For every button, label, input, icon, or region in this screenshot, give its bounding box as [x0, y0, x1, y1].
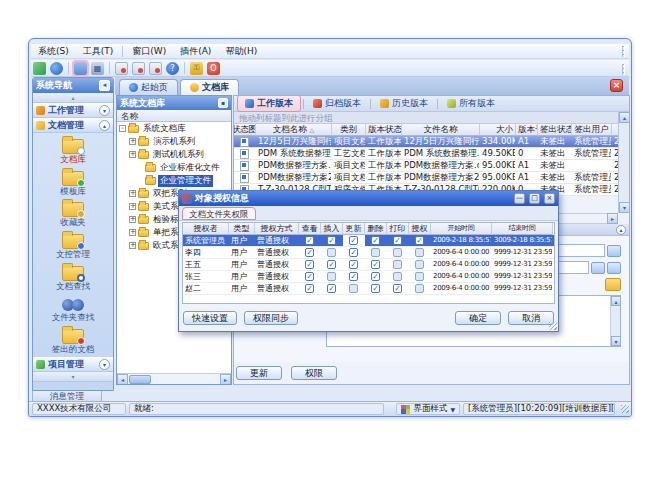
table-row[interactable]: PDM数据整理方案.doc 项目文档 工作版本 PDM数据整理方案.doc 95…: [234, 160, 618, 172]
chevron-down-icon[interactable]: ▾: [99, 359, 110, 370]
permission-row[interactable]: 赵二 用户 普通授权 2009-6-4 0:00:00 9999-12-31 2…: [183, 283, 554, 295]
scroll-down-icon[interactable]: ▾: [611, 336, 621, 346]
tab-start-page[interactable]: 起始页: [119, 79, 178, 95]
col-view[interactable]: 查看: [299, 223, 321, 235]
permission-row[interactable]: 李四 用户 普通授权 2009-6-4 0:00:00 9999-12-31 2…: [183, 247, 554, 259]
help-icon[interactable]: ?: [166, 62, 179, 75]
table-vertical-scrollbar[interactable]: ▴ ▾: [618, 112, 629, 213]
ok-button[interactable]: 确定: [455, 311, 501, 325]
expander-icon[interactable]: +: [129, 190, 136, 197]
update-checkbox[interactable]: [349, 260, 358, 269]
permission-row[interactable]: 王五 用户 普通授权 2009-6-4 0:00:00 9999-12-31 2…: [183, 259, 554, 271]
expander-icon[interactable]: +: [129, 203, 136, 210]
tree-column-header[interactable]: 名称: [117, 110, 231, 122]
picker-button[interactable]: [591, 262, 605, 274]
tab-history-version[interactable]: 历史版本: [373, 96, 435, 111]
expander-icon[interactable]: +: [129, 216, 136, 223]
tree-node[interactable]: + 演示机系列: [117, 135, 231, 148]
authorize-checkbox[interactable]: [415, 248, 424, 257]
menu-system[interactable]: 系统(S): [31, 44, 76, 59]
permission-row-selected[interactable]: 系统管理员 用户 普通授权 2009-2-18 8:35:57 3009-2-1…: [183, 235, 554, 247]
sidebar-section-document[interactable]: 文档管理 ▴: [33, 118, 113, 133]
window-badge-icon-2[interactable]: [132, 62, 145, 75]
menu-tools[interactable]: 工具(T): [76, 44, 121, 59]
delete-checkbox[interactable]: [371, 236, 380, 245]
maximize-button[interactable]: □: [529, 193, 540, 204]
scroll-right-icon[interactable]: ▸: [220, 374, 231, 385]
pin-icon[interactable]: ▪: [218, 98, 228, 108]
update-checkbox[interactable]: [349, 284, 358, 293]
col-delete[interactable]: 删除: [365, 223, 387, 235]
delete-checkbox[interactable]: [371, 284, 380, 293]
menu-window[interactable]: 窗口(W): [125, 44, 173, 59]
tree-node[interactable]: 企业标准化文件: [117, 161, 231, 174]
column-header-size[interactable]: 大小: [480, 124, 516, 136]
sidebar-item-folder-search[interactable]: 文件夹查找: [33, 294, 113, 326]
col-type[interactable]: 类型: [229, 223, 255, 235]
picker-button[interactable]: [607, 262, 621, 274]
table-row[interactable]: PDM 系统数据整理检... 工艺文档 工作版本 PDM 系统数据整理... 4…: [234, 148, 618, 160]
update-checkbox[interactable]: [349, 236, 358, 245]
permission-button[interactable]: 权限: [291, 366, 337, 380]
sidebar-item-favorites[interactable]: 收藏夹: [33, 199, 113, 231]
col-grantee[interactable]: 授权者: [183, 223, 229, 235]
sidebar-section-project[interactable]: 项目管理 ▾: [33, 357, 113, 372]
open-folder-button[interactable]: [605, 278, 621, 291]
sidebar-scroll-up[interactable]: ▴: [33, 93, 113, 103]
expander-icon[interactable]: +: [129, 242, 136, 249]
column-header-docname[interactable]: 文档名称 △: [256, 124, 332, 136]
update-checkbox[interactable]: [349, 272, 358, 281]
print-checkbox[interactable]: [393, 236, 402, 245]
cancel-button[interactable]: 取消: [508, 311, 554, 325]
insert-checkbox[interactable]: [327, 248, 336, 257]
column-header-checkout-status[interactable]: 签出状态: [538, 124, 572, 136]
resize-grip[interactable]: [621, 405, 629, 413]
sidebar-scroll-down[interactable]: ▾: [33, 372, 113, 382]
col-print[interactable]: 打印: [387, 223, 409, 235]
view-checkbox[interactable]: [305, 272, 314, 281]
scroll-right-icon[interactable]: ▸: [607, 213, 618, 224]
update-checkbox[interactable]: [349, 248, 358, 257]
dialog-resize-grip[interactable]: [549, 322, 557, 330]
column-header-filename[interactable]: 文件名称: [402, 124, 480, 136]
tab-folder-permissions[interactable]: 文档文件夹权限: [182, 207, 256, 220]
expander-icon[interactable]: +: [129, 229, 136, 236]
table-row[interactable]: PDM数据整理方案2.doc 项目文档 工作版本 PDM数据整理方案2.doc …: [234, 172, 618, 184]
col-start-time[interactable]: 开始时间: [431, 223, 492, 235]
col-insert[interactable]: 插入: [321, 223, 343, 235]
tab-archived-version[interactable]: 归档版本: [306, 96, 368, 111]
print-checkbox[interactable]: [393, 248, 402, 257]
tree-horizontal-scrollbar[interactable]: ◂ ▸: [117, 373, 231, 384]
table-row-selected[interactable]: 12月5日万兴隆同行... 项目文档 工作版本 12月5日万兴隆同行... 33…: [234, 136, 618, 148]
insert-checkbox[interactable]: [327, 272, 336, 281]
ui-style-dropdown[interactable]: 界面样式 ▼: [396, 403, 460, 415]
remark-scrollbar[interactable]: ▴ ▾: [610, 296, 620, 346]
sidebar-item-template-library[interactable]: 模板库: [33, 168, 113, 200]
delete-checkbox[interactable]: [371, 248, 380, 257]
tree-node[interactable]: + 测试机机系列: [117, 148, 231, 161]
folder-icon[interactable]: [74, 62, 87, 75]
view-checkbox[interactable]: [305, 260, 314, 269]
sidebar-item-document-library[interactable]: 文档库: [33, 136, 113, 168]
print-checkbox[interactable]: [393, 272, 402, 281]
authorize-checkbox[interactable]: [415, 260, 424, 269]
insert-checkbox[interactable]: [327, 284, 336, 293]
expander-icon[interactable]: +: [129, 151, 136, 158]
chevron-up-icon[interactable]: ▴: [616, 225, 626, 235]
column-header-category[interactable]: 类别: [332, 124, 366, 136]
scroll-up-icon[interactable]: ▴: [619, 112, 630, 123]
col-auth-mode[interactable]: 授权方式: [255, 223, 299, 235]
sidebar-section-work[interactable]: 工作管理 ▾: [33, 103, 113, 118]
view-checkbox[interactable]: [305, 248, 314, 257]
authorize-checkbox[interactable]: [415, 236, 424, 245]
delete-checkbox[interactable]: [371, 272, 380, 281]
column-header-checkout-user[interactable]: 签出用户: [572, 124, 612, 136]
window-badge-icon-3[interactable]: [149, 62, 162, 75]
close-button[interactable]: ×: [544, 193, 555, 204]
view-checkbox[interactable]: [305, 236, 314, 245]
print-checkbox[interactable]: [393, 260, 402, 269]
group-by-bar[interactable]: 拖动列标题到此进行分组: [234, 112, 629, 124]
column-header-status[interactable]: 状态图: [234, 124, 256, 136]
column-header-version-status[interactable]: 版本状态: [366, 124, 402, 136]
expander-icon[interactable]: +: [129, 138, 136, 145]
